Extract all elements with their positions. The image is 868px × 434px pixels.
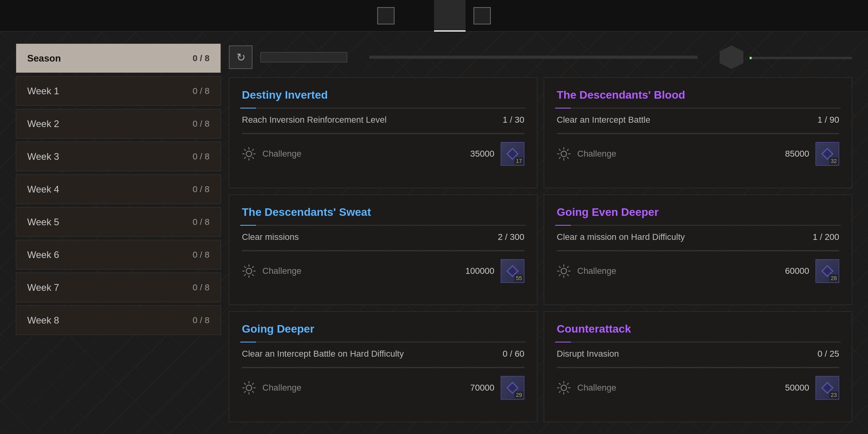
key-e-button[interactable]	[473, 7, 491, 24]
sidebar-item-label: Week 7	[27, 282, 59, 293]
gear-icon	[557, 147, 571, 161]
challenge-label: Challenge	[262, 383, 301, 393]
reward-gem: 17	[501, 142, 524, 166]
challenge-task-label: Reach Inversion Reinforcement Level	[242, 115, 387, 125]
reward-gem-badge: 28	[829, 275, 838, 282]
level-progress-fill	[750, 57, 752, 59]
sidebar-item-label: Season	[27, 53, 61, 64]
challenge-task-count: 0 / 25	[817, 349, 839, 359]
sidebar-item-week1[interactable]: Week 1 0 / 8	[16, 76, 221, 106]
tab-daily-task[interactable]	[402, 0, 434, 32]
challenge-task-progress-bar	[242, 367, 524, 368]
challenge-points: 50000	[785, 383, 809, 393]
gear-icon	[242, 264, 256, 278]
level-hexagon	[720, 45, 743, 69]
challenge-card-going-even-deeper: Going Even Deeper Clear a mission on Har…	[544, 195, 852, 305]
sidebar-item-week5[interactable]: Week 5 0 / 8	[16, 207, 221, 237]
challenge-reward-row: Challenge 35000 17	[242, 142, 524, 166]
sidebar-item-week6[interactable]: Week 6 0 / 8	[16, 240, 221, 269]
challenge-task-label: Clear an Intercept Battle	[557, 115, 650, 125]
challenge-task-row: Clear an Intercept Battle 1 / 90	[557, 115, 839, 125]
challenge-task-label: Disrupt Invasion	[557, 349, 619, 359]
challenge-title: The Descendants' Sweat	[242, 206, 524, 219]
status-filter[interactable]	[260, 52, 347, 62]
sidebar-item-label: Week 5	[27, 217, 59, 228]
sidebar-item-week8[interactable]: Week 8 0 / 8	[16, 305, 221, 335]
tab-season-weekly-challenge[interactable]	[434, 0, 466, 32]
sidebar-item-label: Week 3	[27, 151, 59, 162]
season-progress-bar	[369, 56, 698, 59]
challenge-task-label: Clear missions	[242, 232, 299, 242]
sidebar: Season 0 / 8 Week 1 0 / 8 Week 2 0 / 8 W…	[16, 43, 221, 422]
challenge-points: 35000	[470, 149, 494, 159]
gear-icon	[557, 264, 571, 278]
challenge-card-going-deeper: Going Deeper Clear an Intercept Battle o…	[229, 311, 537, 422]
challenge-task-count: 0 / 60	[503, 349, 524, 359]
sidebar-item-week3[interactable]: Week 3 0 / 8	[16, 142, 221, 171]
challenge-divider	[555, 342, 841, 342]
content-area: ↻	[229, 43, 852, 422]
challenge-task-count: 1 / 200	[813, 232, 839, 242]
sidebar-item-week4[interactable]: Week 4 0 / 8	[16, 174, 221, 204]
sidebar-item-count: 0 / 8	[193, 86, 210, 96]
challenge-task-progress-bar	[242, 250, 524, 251]
season-level-section	[720, 45, 852, 69]
reward-gem: 29	[501, 376, 524, 400]
challenge-label: Challenge	[577, 383, 616, 393]
challenge-task-row: Clear missions 2 / 300	[242, 232, 524, 242]
sidebar-item-count: 0 / 8	[193, 282, 210, 293]
challenge-label: Challenge	[262, 149, 301, 159]
challenge-label: Challenge	[577, 149, 616, 159]
key-q-button[interactable]	[377, 7, 395, 24]
svg-point-12	[246, 385, 252, 391]
season-level-info	[750, 55, 852, 59]
sidebar-item-label: Week 1	[27, 86, 59, 97]
challenge-task-label: Clear a mission on Hard Difficulty	[557, 232, 685, 242]
challenge-title: Going Even Deeper	[557, 206, 839, 219]
level-progress-bar	[750, 57, 852, 59]
challenge-card-counterattack: Counterattack Disrupt Invasion 0 / 25 Ch…	[544, 311, 852, 422]
reward-gem-badge: 32	[829, 157, 838, 165]
challenge-reward-row: Challenge 70000 29	[242, 376, 524, 400]
top-nav	[0, 0, 868, 32]
reward-gem-badge: 17	[514, 157, 523, 165]
challenge-reward-row: Challenge 60000 28	[557, 259, 839, 283]
gear-icon	[557, 381, 571, 395]
challenge-points: 60000	[785, 266, 809, 276]
sidebar-item-season[interactable]: Season 0 / 8	[16, 43, 221, 73]
challenge-title: Destiny Inverted	[242, 89, 524, 101]
challenge-reward-row: Challenge 85000 32	[557, 142, 839, 166]
challenge-task-row: Reach Inversion Reinforcement Level 1 / …	[242, 115, 524, 125]
sidebar-item-count: 0 / 8	[193, 315, 210, 326]
sidebar-item-count: 0 / 8	[193, 217, 210, 227]
challenge-divider	[555, 108, 841, 108]
challenge-task-row: Disrupt Invasion 0 / 25	[557, 349, 839, 359]
challenge-divider	[555, 225, 841, 226]
sidebar-item-count: 0 / 8	[193, 250, 210, 260]
sidebar-item-week7[interactable]: Week 7 0 / 8	[16, 273, 221, 302]
challenge-points: 100000	[466, 266, 494, 276]
gear-icon	[242, 147, 256, 161]
sidebar-item-label: Week 2	[27, 118, 59, 129]
svg-point-9	[561, 268, 567, 274]
sidebar-item-week2[interactable]: Week 2 0 / 8	[16, 109, 221, 138]
challenge-reward-row: Challenge 50000 23	[557, 376, 839, 400]
challenge-task-progress-bar	[557, 133, 839, 134]
refresh-button[interactable]: ↻	[229, 45, 253, 69]
sidebar-item-count: 0 / 8	[193, 119, 210, 129]
challenge-label: Challenge	[577, 266, 616, 276]
filter-bar: ↻	[229, 43, 852, 71]
svg-point-6	[246, 268, 252, 274]
challenge-task-count: 1 / 90	[817, 115, 839, 125]
challenge-task-count: 1 / 30	[503, 115, 524, 125]
sidebar-item-count: 0 / 8	[193, 184, 210, 195]
season-progress	[355, 56, 712, 59]
challenge-card-destiny-inverted: Destiny Inverted Reach Inversion Reinfor…	[229, 77, 537, 188]
reward-gem-badge: 29	[514, 391, 523, 398]
challenge-task-progress-bar	[242, 133, 524, 134]
challenge-task-progress-bar	[557, 250, 839, 251]
sidebar-item-count: 0 / 8	[193, 53, 210, 64]
main-container: Season 0 / 8 Week 1 0 / 8 Week 2 0 / 8 W…	[0, 32, 868, 434]
reward-gem: 23	[816, 376, 839, 400]
sidebar-item-label: Week 4	[27, 184, 59, 195]
